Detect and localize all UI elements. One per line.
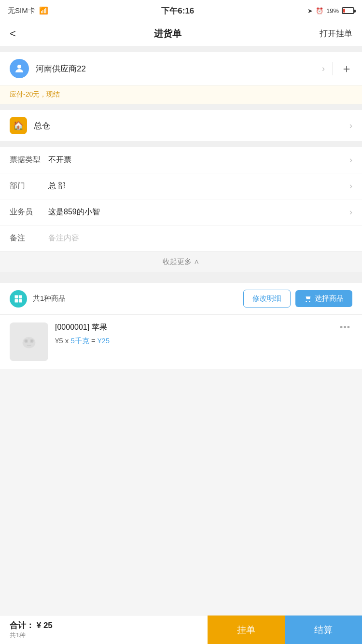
form-section: 票据类型 不开票 › 部门 总 部 › 业务员 这是859的小智 › 备注 备注… (0, 147, 362, 251)
payment-notice: 应付-20元，现结 (0, 85, 362, 104)
invoice-type-row[interactable]: 票据类型 不开票 › (0, 147, 362, 173)
product-unit-price: ¥5 x (55, 336, 69, 345)
department-value: 总 部 (48, 181, 349, 191)
department-label: 部门 (10, 181, 48, 191)
wifi-icon: 📶 (39, 6, 48, 15)
total-label: 合计： (10, 621, 34, 630)
warehouse-section: 🏠 总仓 › (0, 110, 362, 141)
svg-rect-1 (15, 295, 18, 298)
battery-percent: 19% (326, 7, 339, 14)
hang-button[interactable]: 挂单 (208, 616, 285, 644)
invoice-type-value: 不开票 (48, 155, 349, 165)
signal-text: 无SIM卡 (8, 6, 35, 15)
section-divider-3 (0, 272, 362, 278)
supplier-chevron-icon: › (322, 64, 325, 74)
status-left: 无SIM卡 📶 (8, 6, 48, 15)
status-bar: 无SIM卡 📶 下午6:16 ➤ ⏰ 19% (0, 0, 362, 21)
product-count: 共1种商品 (33, 294, 243, 303)
svg-point-0 (17, 65, 21, 69)
invoice-type-label: 票据类型 (10, 155, 48, 165)
total-value: ¥ 25 (37, 621, 53, 630)
product-thumbnail (10, 322, 48, 361)
product-title: 苹果 (92, 323, 107, 331)
status-right: ➤ ⏰ 19% (307, 7, 354, 14)
alarm-icon: ⏰ (316, 7, 323, 14)
product-total: ¥25 (97, 336, 110, 345)
checkout-button[interactable]: 结算 (285, 616, 362, 644)
select-product-label: 选择商品 (315, 294, 344, 303)
warehouse-icon: 🏠 (10, 117, 27, 134)
svg-point-9 (31, 340, 33, 342)
back-button[interactable]: < (10, 28, 16, 40)
cart-icon (304, 295, 312, 303)
svg-point-8 (25, 340, 27, 342)
top-divider (0, 46, 362, 52)
svg-rect-3 (15, 299, 18, 302)
collapse-bar[interactable]: 收起更多 ∧ (0, 251, 362, 272)
supplier-divider (333, 62, 333, 75)
total-amount: 合计： ¥ 25 (10, 620, 198, 631)
select-product-button[interactable]: 选择商品 (295, 290, 352, 307)
supplier-row[interactable]: 河南供应商22 › ＋ (0, 52, 362, 85)
remark-row[interactable]: 备注 备注内容 (0, 225, 362, 251)
warehouse-chevron-icon: › (349, 121, 352, 131)
total-section: 合计： ¥ 25 共1种 (0, 616, 208, 644)
remark-label: 备注 (10, 233, 48, 243)
warehouse-name: 总仓 (34, 120, 349, 131)
product-info: [0000001] 苹果 ¥5 x 5千克 = ¥25 (55, 322, 338, 346)
page-title: 进货单 (154, 28, 181, 40)
bottom-bar: 合计： ¥ 25 共1种 挂单 结算 (0, 615, 362, 644)
sales-rep-value: 这是859的小智 (48, 207, 349, 217)
product-section-icon (10, 290, 27, 308)
section-divider-1 (0, 104, 362, 110)
supplier-section: 河南供应商22 › ＋ 应付-20元，现结 (0, 52, 362, 104)
supplier-avatar (10, 59, 29, 78)
sales-rep-label: 业务员 (10, 207, 48, 217)
product-item: [0000001] 苹果 ¥5 x 5千克 = ¥25 ••• (0, 314, 362, 369)
product-equals: = (91, 336, 96, 345)
product-price: ¥5 x 5千克 = ¥25 (55, 336, 338, 346)
product-header: 共1种商品 修改明细 选择商品 (0, 278, 362, 314)
battery-icon (342, 7, 354, 14)
section-divider-2 (0, 141, 362, 147)
department-row[interactable]: 部门 总 部 › (0, 173, 362, 199)
supplier-name: 河南供应商22 (36, 63, 322, 74)
product-name: [0000001] 苹果 (55, 322, 338, 333)
product-code: [0000001] (55, 323, 89, 331)
status-time: 下午6:16 (161, 5, 194, 16)
modify-detail-button[interactable]: 修改明细 (243, 290, 291, 308)
svg-rect-4 (19, 299, 22, 302)
open-hang-button[interactable]: 打开挂单 (320, 28, 352, 39)
total-count: 共1种 (10, 631, 198, 640)
remark-input[interactable]: 备注内容 (48, 233, 352, 243)
add-button[interactable]: ＋ (341, 61, 352, 76)
product-menu-button[interactable]: ••• (338, 322, 352, 333)
sales-rep-row[interactable]: 业务员 这是859的小智 › (0, 199, 362, 225)
department-chevron-icon: › (349, 181, 352, 191)
location-icon: ➤ (307, 7, 313, 14)
warehouse-row[interactable]: 🏠 总仓 › (0, 110, 362, 141)
nav-bar: < 进货单 打开挂单 (0, 21, 362, 46)
invoice-type-chevron-icon: › (349, 155, 352, 165)
product-qty: 5千克 (71, 336, 89, 345)
svg-rect-2 (19, 295, 22, 298)
sales-rep-chevron-icon: › (349, 207, 352, 217)
